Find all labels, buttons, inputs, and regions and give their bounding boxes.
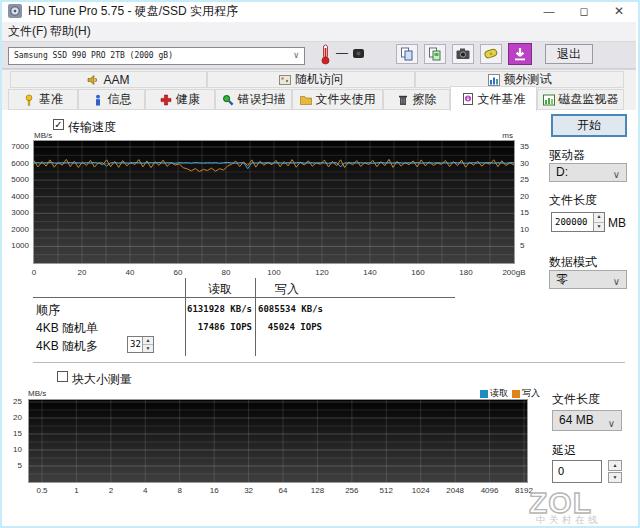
block-size-chart [28, 399, 528, 483]
camera-icon [456, 47, 470, 61]
tab-label: 磁盘监视器 [559, 91, 619, 108]
chart2-xtick: 256 [337, 486, 367, 495]
chart2-ytick: 20 [0, 413, 22, 422]
tab-label: 随机访问 [295, 71, 343, 88]
table-hline [33, 297, 455, 298]
chevron-down-icon: ∨ [608, 414, 615, 433]
info-icon [92, 94, 104, 106]
chart2-xtick: 8 [165, 486, 195, 495]
tab-文件夹使用[interactable]: 文件夹使用 [292, 89, 383, 110]
tab-AAM[interactable]: AAM [10, 71, 207, 88]
speaker-icon [87, 74, 99, 86]
tab-基准[interactable]: 基准 [8, 89, 78, 110]
chart1-y-unit: MB/s [34, 131, 52, 140]
maximize-button[interactable]: ◻ [567, 0, 601, 22]
chart1-ytick: 3000 [4, 208, 29, 217]
queue-depth-stepper[interactable]: 32 ▲▼ [127, 336, 154, 353]
chart2-xtick: 64 [268, 486, 298, 495]
transfer-speed-checkbox[interactable]: ✓ [53, 119, 64, 130]
tab-label: 擦除 [413, 91, 437, 108]
chart1-y2tick: 35 [520, 142, 529, 151]
chart2-xtick: 0.5 [27, 486, 57, 495]
data-mode-dropdown[interactable]: 零 ∨ [549, 270, 627, 289]
tab-文件基准[interactable]: 文件基准 [450, 86, 537, 111]
table-row-4kmulti-label: 4KB 随机多 [36, 338, 98, 355]
delay-up-button[interactable]: ▲ [608, 460, 622, 471]
chart1-xtick: 180 [452, 268, 480, 277]
chart1-ytick: 1000 [4, 241, 29, 250]
error-scan-icon [222, 94, 234, 106]
close-button[interactable]: ✕ [602, 0, 636, 22]
start-button[interactable]: 开始 [551, 114, 627, 137]
file-length-stepper[interactable]: 200000 ▲▼ [551, 212, 605, 232]
chart1-xtick: 100 [260, 268, 288, 277]
table-row-4ksingle-label: 4KB 随机单 [36, 320, 98, 337]
copy-image-button[interactable] [424, 44, 446, 64]
tab-错误扫描[interactable]: 错误扫描 [215, 89, 292, 110]
chart2-ytick: 25 [0, 397, 22, 406]
chart2-xtick: 512 [371, 486, 401, 495]
menu-help[interactable]: 帮助(H) [44, 22, 97, 41]
delay-down-button[interactable]: ▼ [608, 472, 622, 483]
tab-擦除[interactable]: 擦除 [383, 89, 450, 110]
delay-input[interactable]: 0 [552, 460, 602, 483]
tab-label: 文件夹使用 [316, 91, 376, 108]
chart1-ytick: 6000 [4, 159, 29, 168]
queue-depth-arrows[interactable]: ▲▼ [142, 337, 153, 352]
extra-test-icon [488, 74, 500, 86]
chart2-ytick: 15 [0, 429, 22, 438]
chart2-xtick: 2048 [440, 486, 470, 495]
chart2-xtick: 128 [302, 486, 332, 495]
save-button[interactable] [480, 44, 502, 64]
health-icon [160, 94, 172, 106]
tab-信息[interactable]: 信息 [78, 89, 145, 110]
file-length2-dropdown[interactable]: 64 MB ∨ [552, 410, 622, 431]
disk-monitor-icon [543, 94, 555, 106]
file-length-label: 文件长度 [549, 192, 597, 209]
tab-随机访问[interactable]: 随机访问 [207, 71, 415, 88]
chart1-xtick: 80 [212, 268, 240, 277]
chart1-y2tick: 30 [520, 159, 529, 168]
delay-label: 延迟 [552, 442, 576, 459]
copy-image-icon [428, 47, 442, 61]
file-length2-label: 文件长度 [552, 391, 600, 408]
table-row-seq-label: 顺序 [36, 302, 60, 319]
chart1-ytick: 7000 [4, 142, 29, 151]
title-bar: HD Tune Pro 5.75 - 硬盘/SSD 实用程序 — ◻ ✕ [0, 0, 636, 22]
drive-dropdown[interactable]: D: ∨ [549, 163, 627, 182]
drive-dropdown-value: D: [556, 165, 568, 179]
file-benchmark-toolbar-button[interactable] [508, 43, 532, 65]
drive-select[interactable]: Samsung SSD 990 PRO 2TB (2000 gB) ∨ [8, 47, 305, 65]
tab-label: 健康 [176, 91, 200, 108]
tab-label: 文件基准 [478, 91, 526, 108]
chart2-ytick: 5 [0, 461, 22, 470]
chart1-xtick: 40 [116, 268, 144, 277]
tab-磁盘监视器[interactable]: 磁盘监视器 [537, 89, 624, 110]
table-header-write: 写入 [257, 281, 317, 298]
copy-text-button[interactable] [396, 44, 418, 64]
tab-label: AAM [103, 73, 129, 87]
block-size-label: 块大小测量 [72, 371, 132, 388]
block-size-checkbox[interactable] [57, 371, 68, 382]
benchmark-icon [23, 94, 35, 106]
chart2-xtick: 2 [96, 486, 126, 495]
temperature-value: — [336, 46, 348, 60]
chart1-ytick: 4000 [4, 192, 29, 201]
chart2-ytick: 10 [0, 445, 22, 454]
chart1-y2tick: 5 [520, 241, 524, 250]
screenshot-button[interactable] [452, 44, 474, 64]
chart1-xtick: 140 [356, 268, 384, 277]
app-icon [8, 4, 22, 18]
tab-健康[interactable]: 健康 [145, 89, 215, 110]
download-arrow-icon [513, 47, 527, 61]
exit-button[interactable]: 退出 [545, 44, 593, 64]
app-window: HD Tune Pro 5.75 - 硬盘/SSD 实用程序 — ◻ ✕ 文件(… [0, 0, 640, 528]
file-length-arrows[interactable]: ▲▼ [593, 213, 604, 231]
chart2-xtick: 16 [199, 486, 229, 495]
table-4ksingle-read: 17486 IOPS [140, 322, 252, 332]
thermometer-icon[interactable] [318, 44, 333, 65]
minimize-button[interactable]: — [532, 0, 566, 22]
chart2-y-unit: MB/s [28, 389, 46, 398]
chevron-down-icon: ∨ [613, 166, 620, 183]
legend-read-swatch [480, 390, 488, 398]
